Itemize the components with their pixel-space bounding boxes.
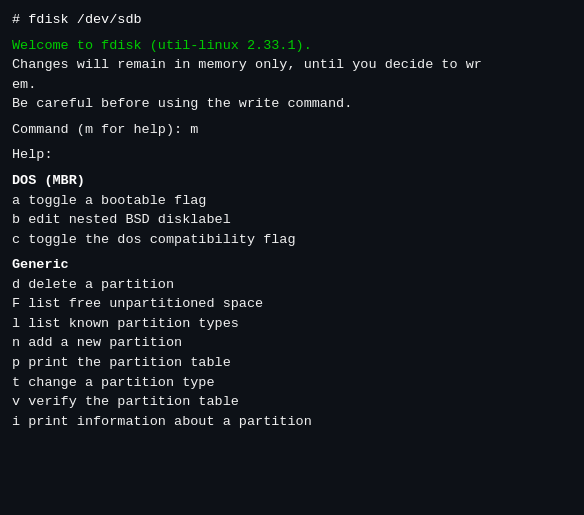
gen-t-text: t change a partition type xyxy=(12,375,215,390)
dos-a-line: a toggle a bootable flag xyxy=(12,191,572,211)
gen-n-line: n add a new partition xyxy=(12,333,572,353)
dos-c-line: c toggle the dos compatibility flag xyxy=(12,230,572,250)
terminal-window: # fdisk /dev/sdb Welcome to fdisk (util-… xyxy=(0,0,584,515)
generic-header-line: Generic xyxy=(12,255,572,275)
welcome-line: Welcome to fdisk (util-linux 2.33.1). xyxy=(12,36,572,56)
prompt-line: # fdisk /dev/sdb xyxy=(12,10,572,30)
command-line: Command (m for help): m xyxy=(12,120,572,140)
gen-v-text: v verify the partition table xyxy=(12,394,239,409)
gen-p-text: p print the partition table xyxy=(12,355,231,370)
gen-t-line: t change a partition type xyxy=(12,373,572,393)
gen-F-text: F list free unpartitioned space xyxy=(12,296,263,311)
gen-F-line: F list free unpartitioned space xyxy=(12,294,572,314)
command-text: Command (m for help): m xyxy=(12,122,198,137)
gen-l-text: l list known partition types xyxy=(12,316,239,331)
gen-v-line: v verify the partition table xyxy=(12,392,572,412)
gen-i-text: i print information about a partition xyxy=(12,414,312,429)
careful-line: Be careful before using the write comman… xyxy=(12,94,572,114)
prompt-text: # fdisk /dev/sdb xyxy=(12,12,142,27)
generic-header-text: Generic xyxy=(12,257,69,272)
gen-n-text: n add a new partition xyxy=(12,335,182,350)
help-line: Help: xyxy=(12,145,572,165)
dos-b-text: b edit nested BSD disklabel xyxy=(12,212,231,227)
dos-a-text: a toggle a bootable flag xyxy=(12,193,206,208)
changes-text2: em. xyxy=(12,77,36,92)
gen-d-text: d delete a partition xyxy=(12,277,174,292)
gen-l-line: l list known partition types xyxy=(12,314,572,334)
dos-header-line: DOS (MBR) xyxy=(12,171,572,191)
dos-b-line: b edit nested BSD disklabel xyxy=(12,210,572,230)
changes-line1: Changes will remain in memory only, unti… xyxy=(12,55,572,75)
changes-line2: em. xyxy=(12,75,572,95)
welcome-text: Welcome to fdisk (util-linux 2.33.1). xyxy=(12,38,312,53)
help-text: Help: xyxy=(12,147,53,162)
gen-p-line: p print the partition table xyxy=(12,353,572,373)
changes-text1: Changes will remain in memory only, unti… xyxy=(12,57,482,72)
dos-c-text: c toggle the dos compatibility flag xyxy=(12,232,296,247)
careful-text: Be careful before using the write comman… xyxy=(12,96,352,111)
dos-header-text: DOS (MBR) xyxy=(12,173,85,188)
gen-i-line: i print information about a partition xyxy=(12,412,572,432)
gen-d-line: d delete a partition xyxy=(12,275,572,295)
